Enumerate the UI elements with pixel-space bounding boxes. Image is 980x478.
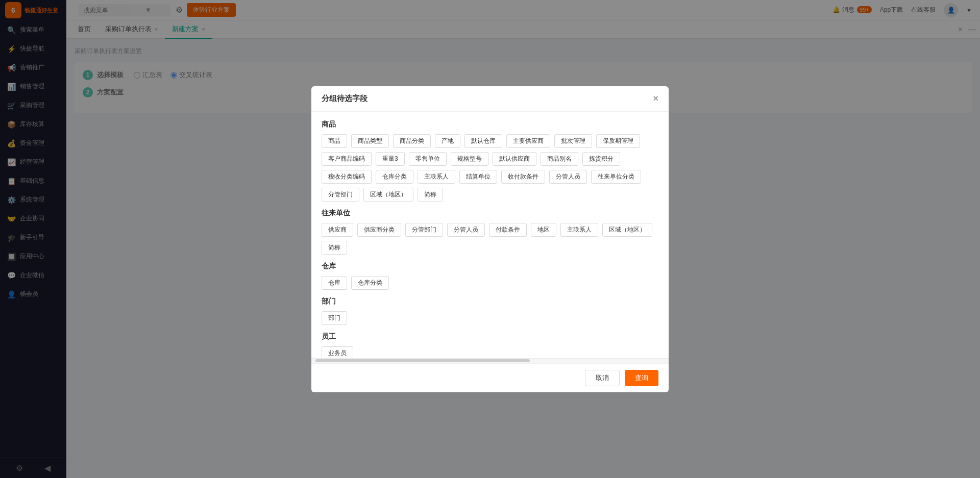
field-tag[interactable]: 地区	[531, 223, 556, 237]
modal-footer: 取消 查询	[311, 363, 669, 392]
field-tag[interactable]: 分管部门	[322, 188, 359, 202]
field-tag[interactable]: 区域（地区）	[602, 223, 652, 237]
modal-dialog: 分组待选字段 × 商品商品商品类型商品分类产地默认仓库主要供应商批次管理保质期管…	[311, 86, 669, 392]
modal-overlay: 分组待选字段 × 商品商品商品类型商品分类产地默认仓库主要供应商批次管理保质期管…	[0, 0, 980, 478]
field-tag[interactable]: 批次管理	[554, 134, 592, 148]
field-tag[interactable]: 仓库分类	[376, 170, 413, 184]
field-tag[interactable]: 结算单位	[459, 170, 497, 184]
field-tag[interactable]: 商品类型	[351, 134, 389, 148]
field-tags-商品: 商品商品类型商品分类产地默认仓库主要供应商批次管理保质期管理客户商品编码重量3零…	[322, 134, 658, 202]
field-tag[interactable]: 往来单位分类	[591, 170, 641, 184]
field-tags-部门: 部门	[322, 311, 658, 325]
section-title-部门: 部门	[322, 297, 658, 306]
field-tag[interactable]: 主联系人	[418, 170, 455, 184]
field-tag[interactable]: 商品别名	[541, 152, 578, 166]
modal-title: 分组待选字段	[322, 94, 368, 104]
field-tag[interactable]: 仓库分类	[351, 276, 389, 290]
field-tag[interactable]: 主要供应商	[506, 134, 550, 148]
field-tag[interactable]: 保质期管理	[596, 134, 640, 148]
section-title-往来单位: 往来单位	[322, 209, 658, 218]
section-title-商品: 商品	[322, 120, 658, 129]
confirm-button[interactable]: 查询	[625, 370, 658, 386]
field-tag[interactable]: 拣货积分	[582, 152, 620, 166]
field-tag[interactable]: 供应商	[322, 223, 353, 237]
field-tag[interactable]: 收付款条件	[501, 170, 545, 184]
field-tag[interactable]: 商品	[322, 134, 347, 148]
field-tag[interactable]: 简称	[322, 241, 347, 255]
field-tag[interactable]: 部门	[322, 311, 347, 325]
field-tag[interactable]: 区域（地区）	[363, 188, 413, 202]
field-tag[interactable]: 客户商品编码	[322, 152, 372, 166]
section-title-员工: 员工	[322, 332, 658, 341]
field-tag[interactable]: 产地	[435, 134, 460, 148]
field-tags-仓库: 仓库仓库分类	[322, 276, 658, 290]
modal-header: 分组待选字段 ×	[311, 86, 669, 112]
field-tag[interactable]: 默认仓库	[464, 134, 502, 148]
field-tag[interactable]: 分管人员	[549, 170, 587, 184]
field-tags-往来单位: 供应商供应商分类分管部门分管人员付款条件地区主联系人区域（地区）简称	[322, 223, 658, 255]
field-tag[interactable]: 零售单位	[409, 152, 447, 166]
field-tag[interactable]: 商品分类	[393, 134, 431, 148]
field-tag[interactable]: 分管人员	[447, 223, 485, 237]
modal-close-btn[interactable]: ×	[653, 93, 658, 104]
section-title-仓库: 仓库	[322, 262, 658, 271]
field-tag[interactable]: 默认供应商	[493, 152, 536, 166]
field-tag[interactable]: 分管部门	[405, 223, 443, 237]
field-tag[interactable]: 重量3	[376, 152, 405, 166]
modal-body: 商品商品商品类型商品分类产地默认仓库主要供应商批次管理保质期管理客户商品编码重量…	[311, 112, 669, 358]
field-tag[interactable]: 税收分类编码	[322, 170, 372, 184]
cancel-button[interactable]: 取消	[585, 370, 620, 386]
field-tag[interactable]: 主联系人	[560, 223, 598, 237]
field-tag[interactable]: 供应商分类	[357, 223, 401, 237]
field-tag[interactable]: 仓库	[322, 276, 347, 290]
field-tag[interactable]: 付款条件	[489, 223, 527, 237]
modal-hscroll[interactable]	[311, 358, 669, 363]
field-tag[interactable]: 简称	[418, 188, 443, 202]
field-tag[interactable]: 规格型号	[451, 152, 488, 166]
field-tags-员工: 业务员	[322, 346, 658, 358]
field-tag[interactable]: 业务员	[322, 346, 353, 358]
